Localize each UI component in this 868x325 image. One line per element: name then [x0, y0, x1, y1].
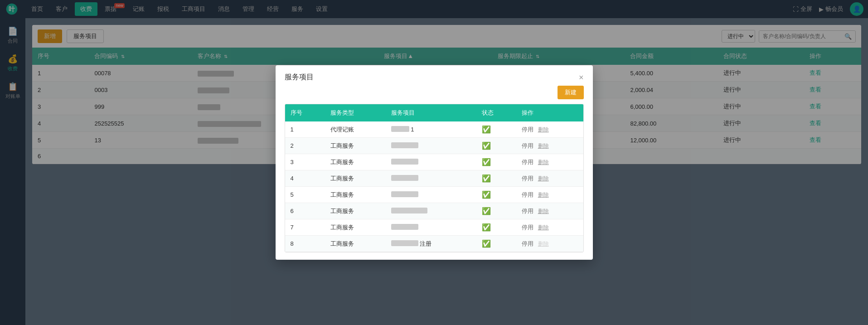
modal-cell-status: ✅ [476, 203, 516, 219]
stop-button[interactable]: 停用 [522, 142, 533, 149]
modal-cell-action: 停用 删除 [516, 121, 583, 138]
modal-table-row: 2 工商服务 ✅ 停用 删除 [285, 138, 583, 154]
modal-cell-status: ✅ [476, 121, 516, 138]
service-items-modal: 服务项目 × 新建 序号 服务类型 服务项目 状态 操作 [276, 65, 593, 260]
status-check-icon: ✅ [482, 223, 491, 231]
modal-cell-action: 停用 删除 [516, 219, 583, 236]
modal-cell-item [386, 170, 476, 187]
modal-cell-type: 工商服务 [325, 154, 386, 170]
delete-button[interactable]: 删除 [538, 143, 549, 149]
modal-cell-item [386, 187, 476, 203]
modal-cell-type: 工商服务 [325, 236, 386, 252]
modal-cell-item [386, 219, 476, 236]
modal-overlay[interactable]: 服务项目 × 新建 序号 服务类型 服务项目 状态 操作 [0, 0, 868, 325]
status-check-icon: ✅ [482, 142, 491, 150]
modal-col-seq: 序号 [285, 104, 325, 121]
modal-cell-action: 停用 删除 [516, 154, 583, 170]
modal-cell-status: ✅ [476, 236, 516, 252]
modal-col-item: 服务项目 [386, 104, 476, 121]
modal-table-row: 6 工商服务 ✅ 停用 删除 [285, 203, 583, 219]
modal-toolbar: 新建 [285, 86, 584, 99]
modal-cell-seq: 5 [285, 187, 325, 203]
modal-cell-type: 代理记账 [325, 121, 386, 138]
delete-button[interactable]: 删除 [538, 159, 549, 165]
delete-button[interactable]: 删除 [538, 241, 549, 247]
modal-cell-type: 工商服务 [325, 219, 386, 236]
modal-cell-type: 工商服务 [325, 138, 386, 154]
delete-button[interactable]: 删除 [538, 192, 549, 198]
modal-cell-seq: 8 [285, 236, 325, 252]
status-check-icon: ✅ [482, 240, 491, 247]
modal-col-status: 状态 [476, 104, 516, 121]
modal-cell-seq: 4 [285, 170, 325, 187]
modal-table-row: 5 工商服务 ✅ 停用 删除 [285, 187, 583, 203]
delete-button[interactable]: 删除 [538, 175, 549, 182]
modal-body: 新建 序号 服务类型 服务项目 状态 操作 [276, 86, 593, 260]
modal-cell-action: 停用 删除 [516, 187, 583, 203]
status-check-icon: ✅ [482, 126, 491, 133]
service-items-table: 序号 服务类型 服务项目 状态 操作 1 代理记账 1 ✅ [285, 104, 583, 252]
stop-button[interactable]: 停用 [522, 191, 533, 198]
modal-cell-action: 停用 删除 [516, 138, 583, 154]
modal-table-row: 4 工商服务 ✅ 停用 删除 [285, 170, 583, 187]
modal-cell-action: 停用 删除 [516, 170, 583, 187]
modal-table-row: 7 工商服务 ✅ 停用 删除 [285, 219, 583, 236]
modal-cell-item [386, 138, 476, 154]
status-check-icon: ✅ [482, 191, 491, 199]
modal-table-wrapper[interactable]: 序号 服务类型 服务项目 状态 操作 1 代理记账 1 ✅ [285, 104, 584, 252]
modal-title: 服务项目 [285, 73, 314, 82]
modal-new-button[interactable]: 新建 [558, 86, 584, 99]
delete-button[interactable]: 删除 [538, 208, 549, 214]
modal-cell-item: 注册 [386, 236, 476, 252]
status-check-icon: ✅ [482, 207, 491, 215]
modal-cell-type: 工商服务 [325, 187, 386, 203]
delete-button[interactable]: 删除 [538, 126, 549, 133]
modal-header: 服务项目 × [276, 65, 593, 86]
modal-col-type: 服务类型 [325, 104, 386, 121]
modal-cell-status: ✅ [476, 138, 516, 154]
modal-cell-type: 工商服务 [325, 203, 386, 219]
modal-cell-item [386, 154, 476, 170]
modal-cell-item [386, 203, 476, 219]
delete-button[interactable]: 删除 [538, 224, 549, 231]
modal-cell-action: 停用 删除 [516, 236, 583, 252]
modal-cell-seq: 6 [285, 203, 325, 219]
modal-cell-seq: 2 [285, 138, 325, 154]
stop-button[interactable]: 停用 [522, 208, 533, 214]
modal-table-row: 3 工商服务 ✅ 停用 删除 [285, 154, 583, 170]
modal-cell-action: 停用 删除 [516, 203, 583, 219]
modal-cell-status: ✅ [476, 170, 516, 187]
modal-col-action: 操作 [516, 104, 583, 121]
stop-button[interactable]: 停用 [522, 126, 533, 133]
status-check-icon: ✅ [482, 175, 491, 182]
modal-table-row: 8 工商服务 注册 ✅ 停用 删除 [285, 236, 583, 252]
status-check-icon: ✅ [482, 158, 491, 166]
modal-cell-seq: 3 [285, 154, 325, 170]
modal-cell-status: ✅ [476, 219, 516, 236]
stop-button[interactable]: 停用 [522, 175, 533, 182]
stop-button[interactable]: 停用 [522, 240, 533, 247]
modal-cell-seq: 1 [285, 121, 325, 138]
modal-table-row: 1 代理记账 1 ✅ 停用 删除 [285, 121, 583, 138]
modal-cell-item: 1 [386, 121, 476, 138]
modal-close-button[interactable]: × [579, 73, 584, 82]
modal-cell-status: ✅ [476, 187, 516, 203]
modal-cell-seq: 7 [285, 219, 325, 236]
modal-table-header: 序号 服务类型 服务项目 状态 操作 [285, 104, 583, 121]
modal-cell-type: 工商服务 [325, 170, 386, 187]
modal-cell-status: ✅ [476, 154, 516, 170]
stop-button[interactable]: 停用 [522, 224, 533, 231]
stop-button[interactable]: 停用 [522, 159, 533, 165]
